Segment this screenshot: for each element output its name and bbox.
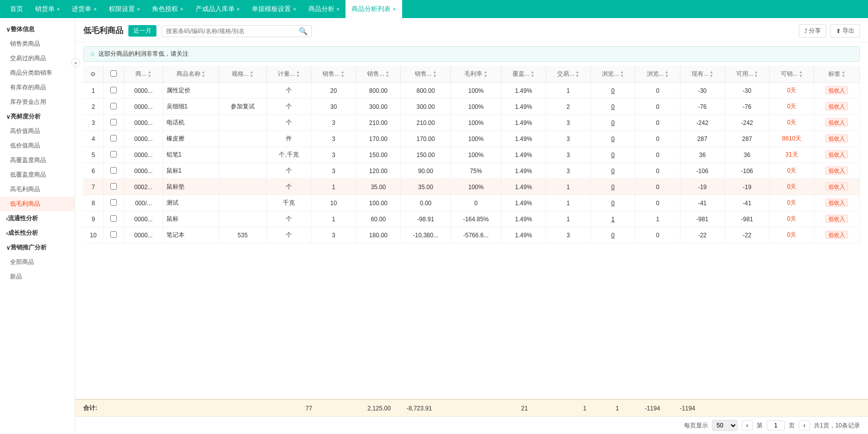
cell-saleable: 0天 [769, 211, 814, 227]
nav-item-角色授权[interactable]: 角色授权 × [146, 0, 189, 18]
cell-trade: 1 [546, 179, 591, 195]
table-row: 70002...鼠标垫个135.0035.00100%1.49%100-19-1… [83, 179, 860, 195]
search-icon[interactable]: 🔍 [299, 27, 307, 35]
nav-item-单据模板设置[interactable]: 单据模板设置 × [246, 0, 302, 18]
export-button[interactable]: ⬆ 导出 [830, 24, 860, 38]
footer-cell-3 [204, 405, 254, 412]
sidebar-group-成长性分析[interactable]: › 成长性分析 [0, 226, 75, 240]
cell-code: 0000... [124, 99, 163, 115]
cell-unit: 个 [267, 99, 311, 115]
nav-item-商品分析列表[interactable]: 商品分析列表 × [345, 0, 402, 18]
sidebar-item-高毛利商品[interactable]: 高毛利商品 [0, 182, 75, 197]
cell-current: -242 [680, 115, 725, 131]
table-row: 40000...橡皮擦件3170.00170.00100%1.49%300287… [83, 131, 860, 147]
cell-sales-profit: 800.00 [401, 83, 451, 99]
th-coverage: 覆盖...▲▼ [501, 66, 546, 83]
footer-cell-9 [439, 405, 474, 412]
select-all-checkbox[interactable] [110, 70, 117, 77]
next-page-button[interactable]: › [799, 420, 810, 430]
th-sales-amount: 销售...▲▼ [356, 66, 401, 83]
nav-close-icon[interactable]: × [393, 6, 396, 12]
th-settings[interactable]: ⚙ [83, 66, 103, 83]
cell-checkbox[interactable] [103, 195, 124, 211]
header-actions: ⤴ 分享 ⬆ 导出 [799, 24, 860, 38]
nav-close-icon[interactable]: × [180, 6, 183, 12]
page-number-input[interactable] [767, 420, 785, 430]
cell-spec [219, 211, 267, 227]
sidebar-item-库存资金占用[interactable]: 库存资金占用 [0, 95, 75, 109]
nav-close-icon[interactable]: × [93, 6, 96, 12]
sidebar-item-低价值商品[interactable]: 低价值商品 [0, 138, 75, 153]
sidebar-item-商品分类助销率[interactable]: 商品分类助销率 [0, 66, 75, 80]
cell-checkbox[interactable] [103, 227, 124, 243]
nav-close-icon[interactable]: × [237, 6, 240, 12]
nav-item-进货单[interactable]: 进货单 × [66, 0, 102, 18]
cell-checkbox[interactable] [103, 147, 124, 163]
cell-available: -41 [725, 195, 769, 211]
cell-spec [219, 131, 267, 147]
cell-no: 10 [83, 227, 103, 243]
prev-page-button[interactable]: ‹ [742, 420, 753, 430]
th-trade: 交易...▲▼ [546, 66, 591, 83]
nav-close-icon[interactable]: × [57, 6, 60, 12]
cell-checkbox[interactable] [103, 211, 124, 227]
nav-close-icon[interactable]: × [293, 6, 296, 12]
sidebar-group-营销推广分析[interactable]: ∨ 营销推广分析 [0, 240, 75, 255]
nav-close-icon[interactable]: × [137, 6, 140, 12]
time-filter-button[interactable]: 近一月 [128, 25, 156, 37]
nav-item-首页[interactable]: 首页 [4, 0, 29, 18]
arrow-icon: ∨ [6, 26, 11, 33]
cell-view1: 0 [591, 163, 635, 179]
cell-available: -76 [725, 99, 769, 115]
search-input[interactable] [166, 28, 299, 35]
sidebar-group-流通性分析[interactable]: › 流通性分析 [0, 211, 75, 226]
cell-view2: 0 [635, 83, 680, 99]
nav-item-权限设置[interactable]: 权限设置 × [103, 0, 146, 18]
table-row: 8000/...测试千克10100.000.0001.49%100-41-410… [83, 195, 860, 211]
page-label: 第 [757, 421, 763, 430]
table-row: 100000...笔记本535个3180.00-10,380...-5766.6… [83, 227, 860, 243]
nav-item-销货单[interactable]: 销货单 × [29, 0, 66, 18]
sidebar-group-亮鲜度分析[interactable]: ∨ 亮鲜度分析 [0, 109, 75, 124]
cell-name: 电话机 [163, 115, 219, 131]
sidebar-item-低覆盖度商品[interactable]: 低覆盖度商品 [0, 168, 75, 182]
sidebar-item-新品[interactable]: 新品 [0, 269, 75, 284]
sidebar-collapse-button[interactable]: « [71, 58, 80, 67]
th-view2: 浏览...▲▼ [635, 66, 680, 83]
footer-cells: 772,125.00-8,723.912111-1194-1194 [123, 405, 860, 412]
sidebar-item-交易过的商品[interactable]: 交易过的商品 [0, 51, 75, 66]
cell-sales-profit: 210.00 [401, 115, 451, 131]
sidebar-item-高价值商品[interactable]: 高价值商品 [0, 124, 75, 138]
nav-close-icon[interactable]: × [336, 6, 339, 12]
sidebar-item-全部商品[interactable]: 全部商品 [0, 255, 75, 269]
cell-sales-qty: 1 [311, 179, 356, 195]
top-navigation: 首页销货单 ×进货单 ×权限设置 ×角色授权 ×产成品入库单 ×单据模板设置 ×… [0, 0, 868, 18]
sidebar-item-销售类商品[interactable]: 销售类商品 [0, 37, 75, 51]
cell-view2: 0 [635, 163, 680, 179]
per-page-select[interactable]: 50 20 100 [712, 420, 738, 431]
cell-sales-qty: 1 [311, 211, 356, 227]
cell-checkbox[interactable] [103, 163, 124, 179]
sidebar-item-低毛利商品[interactable]: 低毛利商品 [0, 197, 75, 211]
th-checkbox[interactable] [103, 66, 124, 83]
share-button[interactable]: ⤴ 分享 [799, 24, 826, 38]
cell-sales-profit: 0.00 [401, 195, 451, 211]
cell-coverage: 1.49% [501, 179, 546, 195]
cell-gross-margin: 100% [451, 83, 501, 99]
cell-sales-amount: 300.00 [356, 99, 401, 115]
nav-item-商品分析[interactable]: 商品分析 × [302, 0, 345, 18]
search-box: 🔍 [161, 25, 312, 37]
cell-checkbox[interactable] [103, 99, 124, 115]
sidebar-item-有库存的商品[interactable]: 有库存的商品 [0, 80, 75, 95]
cell-checkbox[interactable] [103, 179, 124, 195]
th-view1: 浏览...▲▼ [591, 66, 635, 83]
cell-trade: 3 [546, 115, 591, 131]
sidebar-group-整体信息[interactable]: ∨ 整体信息 [0, 22, 75, 37]
cell-coverage: 1.49% [501, 83, 546, 99]
cell-checkbox[interactable] [103, 115, 124, 131]
nav-item-产成品入库单[interactable]: 产成品入库单 × [190, 0, 246, 18]
cell-checkbox[interactable] [103, 131, 124, 147]
sidebar-item-高覆盖度商品[interactable]: 高覆盖度商品 [0, 153, 75, 168]
cell-checkbox[interactable] [103, 83, 124, 99]
cell-available: 287 [725, 131, 769, 147]
